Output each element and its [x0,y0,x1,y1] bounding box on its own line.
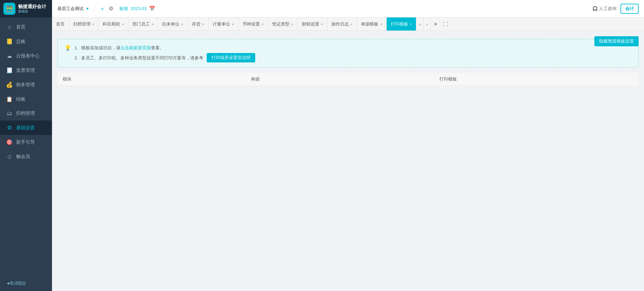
table-header: 模块 单据 打印模板 [57,73,639,86]
tab-close-single-template[interactable]: × [380,22,382,26]
tab-single-template[interactable]: 单据模板× [357,17,386,31]
sidebar-item-archive[interactable]: 🗂 归档管理 [0,106,52,120]
tab-expand-button[interactable]: ⛶ [440,17,450,31]
nav-label-report: 云报表中心 [16,53,40,59]
logo-text-block: 畅捷通好会计 旗舰版 [18,4,46,14]
sidebar-item-tax[interactable]: 💰 税务管理 [0,78,52,92]
nav-label-guide: 新手引导 [16,139,35,145]
tab-close-dept-staff[interactable]: × [152,22,154,26]
tab-close-print-template[interactable]: × [410,22,412,26]
notice-row-1: 💡 1、模板添加成功后，请点击刷新新页面查看。 2、多员工、多打印机、多种业务类… [64,44,594,62]
hide-template-button[interactable]: 隐藏预置模板设置 [594,36,639,46]
nav-icon-home: ⌂ [6,24,13,30]
tab-home[interactable]: 首页 [52,17,69,31]
period-label: 账期 [119,6,128,11]
tab-close-unit[interactable]: × [232,22,234,26]
notice-line1-pre: 1、模板添加成功后，请 [74,45,120,50]
sidebar-item-guide[interactable]: 🎯 新手引导 [0,135,52,149]
main-content: 隐藏预置模板设置 💡 1、模板添加成功后，请点击刷新新页面查看。 2、多员工、多… [52,31,644,291]
nav-icon-settings: ⚙ [6,125,13,131]
headset-icon: 🎧 [592,6,598,11]
tab-close-all-button[interactable]: ✕ [431,17,440,31]
sidebar-item-settings[interactable]: ⚙ 基础设置 [0,120,52,135]
tab-currency[interactable]: 币种设置× [238,17,268,31]
tab-supplier[interactable]: 往来单位× [158,17,187,31]
tab-close-currency[interactable]: × [262,22,264,26]
notice-icon: 💡 [64,45,71,51]
sidebar-item-ledger[interactable]: 📒 总账 [0,34,52,49]
tab-close-voucher-type[interactable]: × [291,22,293,26]
tab-archive-mgmt[interactable]: 归档管理× [69,17,99,31]
divider-1 [94,5,95,12]
notice-line2: 2、多员工、多打印机、多种业务类型设置不同打印方案等，请参考 打印场景设置宣说明 [74,53,255,62]
col-template: 打印模板 [439,76,633,82]
nav-icon-report: ☁ [6,53,13,59]
sidebar-item-invoice[interactable]: 🧾 发票管理 [0,63,52,78]
tab-label-currency: 币种设置 [243,21,260,27]
tab-label-inventory: 存货 [192,21,201,27]
company-dropdown-icon[interactable]: ▼ [86,6,90,11]
settings-icon[interactable]: ⚙ [109,5,113,12]
nav-label-archive: 归档管理 [16,110,35,116]
tab-close-operation-log[interactable]: × [351,22,353,26]
app-name: 畅捷通好会计 [18,4,46,9]
tab-next-button[interactable]: › [424,17,431,31]
nav-label-invoice: 发票管理 [16,67,35,74]
tab-label-subject-init: 科目期初 [103,21,120,27]
sidebar-logo: 🧮 畅捷通好会计 旗舰版 [0,0,52,17]
service-label: 人工咨询 [599,6,616,12]
sidebar-item-settle[interactable]: 📋 结账 [0,92,52,106]
tab-unit[interactable]: 计量单位× [209,17,238,31]
nav-icon-settle: 📋 [6,96,13,102]
nav-label-member: 畅会员 [16,154,30,160]
tab-label-dept-staff: 部门员工 [132,21,150,27]
nav-icon-member: ◇ [6,153,13,160]
notice-line2-pre: 2、多员工、多打印机、多种业务类型设置不同打印方案等，请参考 [74,54,203,62]
tab-label-print-template: 打印模板 [391,21,408,27]
col-module: 模块 [63,76,251,82]
tab-label-tax-settings: 财税设置 [302,21,319,27]
nav-icon-guide: 🎯 [6,139,13,145]
tab-label-voucher-type: 凭证类型 [272,21,289,27]
tab-dept-staff[interactable]: 部门员工× [128,17,158,31]
tab-inventory[interactable]: 存货× [188,17,209,31]
tab-close-tax-settings[interactable]: × [321,22,323,26]
nav-label-settings: 基础设置 [16,125,35,131]
sidebar-unpin[interactable]: ◄取消固定 [0,276,52,291]
tabbar: 首页归档管理×科目期初×部门员工×往来单位×存货×计量单位×币种设置×凭证类型×… [52,17,644,31]
tab-operation-log[interactable]: 操作日志× [327,17,357,31]
tab-close-subject-init[interactable]: × [122,22,124,26]
nav-icon-tax: 💰 [6,82,13,88]
tab-close-archive-mgmt[interactable]: × [92,22,94,26]
tab-close-inventory[interactable]: × [202,22,204,26]
sidebar-item-member[interactable]: ◇ 畅会员 [0,149,52,164]
calendar-icon[interactable]: 📅 [149,6,155,11]
nav-label-home: 首页 [16,24,25,30]
tab-print-template[interactable]: 打印模板× [387,17,416,31]
add-tab-button[interactable]: ＋ [99,5,105,13]
notice-content: 1、模板添加成功后，请点击刷新新页面查看。 2、多员工、多打印机、多种业务类型设… [74,44,255,62]
tab-prev-button[interactable]: ‹ [416,17,424,31]
nav-label-settle: 结账 [16,96,25,102]
explain-button[interactable]: 打印场景设置宣说明 [207,53,255,62]
notice-refresh-link[interactable]: 点击刷新新页面 [120,45,151,50]
sidebar-item-report[interactable]: ☁ 云报表中心 [0,49,52,63]
tab-label-operation-log: 操作日志 [331,21,349,27]
period-value: 2023-03 [131,6,147,11]
kuaiji-button[interactable]: 会计 [621,4,639,14]
notice-line1-post: 查看。 [151,45,164,50]
nav-icon-ledger: 📒 [6,38,13,45]
tab-subject-init[interactable]: 科目期初× [99,17,128,31]
service-button[interactable]: 🎧 人工咨询 [592,6,616,12]
tab-voucher-type[interactable]: 凭证类型× [268,17,298,31]
period-area: 账期 2023-03 📅 [119,6,155,12]
app-edition: 旗舰版 [18,9,46,14]
company-name-area: 基层工会测试 ▼ [57,6,90,12]
nav-icon-archive: 🗂 [6,110,13,116]
nav-label-tax: 税务管理 [16,82,35,88]
tab-close-supplier[interactable]: × [181,22,183,26]
tab-tax-settings[interactable]: 财税设置× [298,17,327,31]
sidebar-item-home[interactable]: ⌂ 首页 [0,20,52,34]
tab-label-archive-mgmt: 归档管理 [73,21,91,27]
topbar-right: 🎧 人工咨询 会计 [592,4,639,14]
